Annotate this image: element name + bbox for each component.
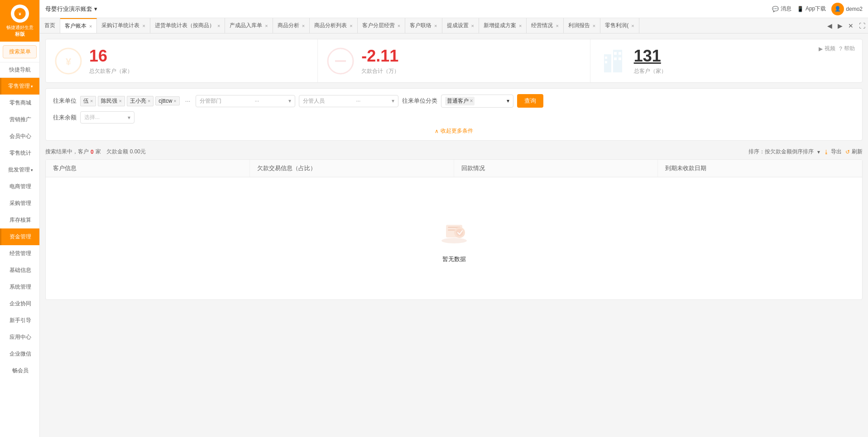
data-table: 客户信息欠款交易信息（占比）回款情况到期未收款日期 暂无数据 [45, 159, 863, 300]
tab-close-icon[interactable]: × [434, 23, 437, 28]
tab-close-icon[interactable]: × [89, 24, 92, 29]
sidebar-item-marketing[interactable]: 营销推广 [0, 111, 39, 128]
filter-area: 往来单位 伍×陈民强×王小亮×cjttcw× ··· 分管部门 ··· ▾ 分管… [45, 88, 863, 141]
sidebar-item-operation[interactable]: 经营管理 [0, 245, 39, 262]
sidebar-item-retail-mall[interactable]: 零售商城 [0, 95, 39, 111]
refresh-icon: ↺ [845, 149, 850, 155]
tab-add-promotion[interactable]: 新增提成方案× [479, 18, 527, 33]
tag-remove-icon[interactable]: × [148, 98, 150, 104]
sidebar-item-wholesale-mgmt[interactable]: 批发管理▾ [0, 162, 39, 178]
tab-customer-contact[interactable]: 客户联络× [405, 18, 442, 33]
tab-product-analysis[interactable]: 商品分析× [273, 18, 310, 33]
balance-filter-label: 往来余额 [53, 114, 77, 122]
export-button[interactable]: ⭳ 导出 [824, 148, 842, 156]
tab-promotion-settings[interactable]: 提成设置× [442, 18, 479, 33]
tab-product-analysis-list[interactable]: 商品分析列表× [310, 18, 357, 33]
sidebar-item-inventory[interactable]: 库存核算 [0, 212, 39, 228]
search-menu-button[interactable]: 搜索菜单 [3, 45, 37, 58]
tab-purchase-order[interactable]: 采购订单统计表× [97, 18, 150, 33]
tag-remove-icon[interactable]: × [90, 98, 93, 104]
tab-close-icon[interactable]: × [471, 23, 474, 28]
balance-placeholder: 选择... [84, 114, 100, 121]
result-info: 搜索结果中，客户 0 家 欠款金额 0.00元 [45, 148, 146, 156]
dept-dropdown-icon: ▾ [288, 98, 291, 104]
account-selector[interactable]: 母婴行业演示账套 ▾ [45, 5, 97, 13]
unit-tag-陈民强[interactable]: 陈民强× [98, 96, 125, 106]
tab-close-icon[interactable]: × [631, 23, 634, 28]
person-filter-select[interactable]: 分管人员 ··· ▾ [299, 95, 398, 107]
sidebar-item-enterprise[interactable]: 企业协同 [0, 295, 39, 312]
tag-label: cjttcw [158, 98, 172, 104]
sidebar-item-enterprise-wechat[interactable]: 企业微信 [0, 346, 39, 362]
tab-profit-report[interactable]: 利润报告× [564, 18, 600, 33]
sidebar-item-app-center[interactable]: 应用中心 [0, 329, 39, 346]
tab-close-icon[interactable]: × [302, 23, 305, 28]
unit-filter-label: 往来单位 [53, 97, 77, 105]
sidebar-item-sys-mgmt[interactable]: 系统管理 [0, 279, 39, 295]
table-header-col-0: 客户信息 [46, 160, 250, 177]
tab-customer-segment[interactable]: 客户分层经营× [358, 18, 405, 33]
sidebar-item-finance[interactable]: 资金管理 [0, 228, 39, 245]
sidebar-item-label: 经营管理 [10, 250, 31, 256]
category-tag-remove[interactable]: × [470, 98, 473, 104]
tab-close-all[interactable]: ✕ [845, 22, 856, 29]
video-help-button[interactable]: ▶ 视频 [819, 45, 835, 52]
overdue-amount: 0.00元 [130, 148, 146, 156]
tab-close-icon[interactable]: × [217, 23, 220, 28]
sidebar-item-member-center[interactable]: 会员中心 [0, 128, 39, 145]
sidebar-item-retail-stats[interactable]: 零售统计 [0, 145, 39, 162]
unit-tag-cjttcw[interactable]: cjttcw× [155, 96, 179, 105]
tag-remove-icon[interactable]: × [119, 98, 121, 104]
sort-chevron-icon: ▾ [817, 149, 820, 155]
sidebar-item-vip-member[interactable]: 畅会员 [0, 362, 39, 379]
tab-scroll-left[interactable]: ◀ [825, 22, 835, 29]
svg-point-14 [441, 238, 467, 243]
overdue-amount-number: -2.11 [361, 47, 580, 66]
balance-filter-select[interactable]: 选择... ▾ [80, 111, 134, 124]
user-profile[interactable]: 👤 demo2 [831, 3, 863, 15]
query-button[interactable]: 查询 [517, 94, 543, 108]
collapse-button[interactable]: ∧ 收起更多条件 [435, 127, 473, 135]
quick-nav-button[interactable]: 快捷导航 [0, 62, 39, 78]
overdue-label: 欠款金额 [106, 148, 128, 156]
sidebar-item-guide[interactable]: 新手引导 [0, 312, 39, 329]
text-help-button[interactable]: ? 帮助 [839, 45, 855, 52]
balance-dropdown-icon: ▾ [128, 114, 130, 121]
tab-close-icon[interactable]: × [519, 23, 522, 28]
tab-product-inbound[interactable]: 产成品入库单× [225, 18, 273, 33]
tab-retail-profit[interactable]: 零售利润(× [600, 18, 639, 33]
tab-scroll-right[interactable]: ▶ [835, 22, 845, 29]
tab-label: 进货单统计表（按商品） [155, 22, 215, 29]
sidebar-item-retail-mgmt[interactable]: 零售管理▾ [0, 78, 39, 95]
svg-rect-13 [619, 57, 621, 60]
unit-tag-王小亮[interactable]: 王小亮× [127, 96, 153, 106]
tab-inbound-stats[interactable]: 进货单统计表（按商品）× [150, 18, 225, 33]
tab-close-icon[interactable]: × [142, 23, 145, 28]
sidebar-item-basic-info[interactable]: 基础信息 [0, 262, 39, 279]
tab-label: 首页 [44, 22, 55, 29]
tab-close-icon[interactable]: × [398, 23, 400, 28]
sidebar-logo[interactable]: ¥ 畅捷通好生意 标版 [0, 0, 39, 42]
tab-label: 采购订单统计表 [101, 22, 139, 29]
tab-operation-status[interactable]: 经营情况× [527, 18, 563, 33]
sidebar-item-ecommerce[interactable]: 电商管理 [0, 178, 39, 195]
tag-remove-icon[interactable]: × [173, 98, 176, 104]
more-tags-button[interactable]: ··· [183, 96, 192, 105]
category-filter-select[interactable]: 普通客户 × ▾ [441, 95, 513, 108]
app-download-button[interactable]: 📱 App下载 [797, 5, 826, 13]
message-button[interactable]: 💬 消息 [772, 5, 791, 13]
tab-close-icon[interactable]: × [556, 23, 558, 28]
tab-accounts-receivable[interactable]: 客户账本× [60, 18, 97, 33]
sidebar-item-purchase[interactable]: 采购管理 [0, 195, 39, 212]
category-dropdown-icon: ▾ [507, 98, 509, 104]
tab-home[interactable]: 首页 [40, 18, 60, 33]
tab-expand[interactable]: ⛶ [856, 22, 868, 29]
tab-close-icon[interactable]: × [593, 23, 595, 28]
tab-close-icon[interactable]: × [350, 23, 352, 28]
app-download-label: App下载 [806, 5, 826, 13]
dept-filter-select[interactable]: 分管部门 ··· ▾ [196, 95, 295, 107]
empty-text: 暂无数据 [442, 255, 466, 263]
unit-tag-伍[interactable]: 伍× [80, 96, 96, 106]
tab-close-icon[interactable]: × [265, 23, 268, 28]
refresh-button[interactable]: ↺ 刷新 [845, 148, 863, 156]
